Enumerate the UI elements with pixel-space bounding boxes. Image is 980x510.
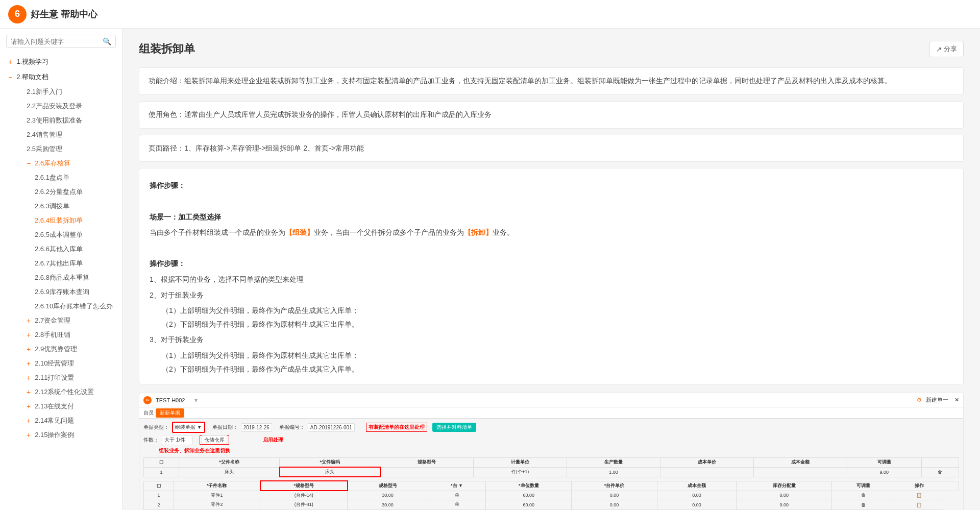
sidebar-item-2-9[interactable]: + 2.9优惠券管理 [12, 342, 122, 356]
expand-icon-2-11: + [27, 374, 31, 382]
sidebar-item-2-6-6[interactable]: 2.6.6其他入库单 [20, 242, 122, 256]
col-total: 成本金额 [753, 458, 847, 468]
step2-text: 2、对于组装业务 [150, 288, 953, 302]
col-code: *父件编码 [280, 458, 380, 468]
mock-child-table-header: ☐ *子件名称 *规格型号 规格型号 *台 ▼ *单位数量 *台件单价 成本金额… [144, 481, 959, 491]
step1-text: 1、根据不同的业务，选择不同单据的类型来处理 [150, 273, 953, 286]
mock-parent-table-header: ☐ *父件名称 *父件编码 规格型号 计量单位 生产数量 成本单价 成本金额 可… [144, 458, 959, 468]
sidebar-item-2-6-3[interactable]: 2.6.3调拨单 [20, 199, 122, 213]
expand-icon-2-12: + [27, 388, 31, 396]
step2-sub1: （1）上部明细为父件明细，最终作为产成品生成其它入库单； [162, 304, 953, 318]
sidebar-item-2-7[interactable]: + 2.7资金管理 [12, 313, 122, 328]
col-action [921, 458, 959, 468]
mock-app: 6 TEST-H002 ▼ ⚙ 新建单一 ✕ 自员 新新单据 [139, 393, 963, 510]
sidebar-item-2-6-8[interactable]: 2.6.8商品成本重算 [20, 271, 122, 285]
mock-child-row-1: 1 零件1 (台件-14) 30.00 单 60.00 0.00 0.00 0.… [144, 491, 959, 500]
sidebar-item-2-2[interactable]: 2.2产品安装及登录 [12, 99, 122, 113]
mock-parent-table: ☐ *父件名称 *父件编码 规格型号 计量单位 生产数量 成本单价 成本金额 可… [143, 457, 959, 477]
screenshot-container: 6 TEST-H002 ▼ ⚙ 新建单一 ✕ 自员 新新单据 [139, 393, 964, 510]
step2-sub2: （2）下部明细为子件明细，最终作为原材料生成其它出库单。 [162, 318, 953, 331]
breadcrumb-card: 页面路径：1、库存核算->库存管理->组装拆卸单 2、首页->常用功能 [139, 135, 964, 162]
mock-parent-row-1: 1 床头 床头 件(个+1) 1.00 9.00 🗑 [144, 467, 959, 477]
mock-nav: 自员 新新单据 [139, 407, 963, 419]
sidebar-item-2-6-4[interactable]: 2.6.4组装拆卸单 [20, 213, 122, 228]
sidebar-item-2-15[interactable]: + 2.15操作案例 [12, 428, 122, 442]
mock-form-date: 2019-12-26 [241, 423, 272, 432]
search-box[interactable]: 🔍 [6, 35, 116, 48]
mock-form-num: AD-20191226-001 [308, 423, 355, 432]
mock-content: 单据类型： 组装单据 ▼ 单据日期： 2019-12-26 单据编号： AD-2… [139, 419, 963, 510]
mock-form-row-2: 件数： 大于 1/件 仓储仓库 启用处理 [143, 435, 959, 445]
mock-annotation-qiyong: 启用处理 [263, 436, 283, 444]
sidebar-item-2-8[interactable]: + 2.8手机旺铺 [12, 328, 122, 342]
search-input[interactable] [11, 38, 101, 45]
sidebar-item-2-6-10[interactable]: 2.6.10库存账本错了怎么办 [20, 299, 122, 313]
sidebar-item-2-3[interactable]: 2.3使用前数据准备 [12, 113, 122, 128]
sidebar-item-2-6-9[interactable]: 2.6.9库存账本查询 [20, 285, 122, 299]
mock-logo: 6 [143, 396, 152, 404]
main-layout: 🔍 + 1.视频学习 − 2.帮助文档 2.1新手入门 2.2产品安装及登录 2… [0, 29, 980, 510]
mock-nav-new: 新新单据 [156, 408, 184, 418]
sidebar-item-2[interactable]: − 2.帮助文档 [0, 69, 122, 85]
mock-form-label-wh: 仓储仓库 [200, 435, 229, 445]
col-count: 生产数量 [567, 458, 660, 468]
scene1-title: 场景一：加工类型选择 [150, 213, 221, 221]
expand-icon-2-8: + [27, 331, 31, 339]
search-icon[interactable]: 🔍 [103, 37, 111, 45]
col-name: *父件名称 [179, 458, 280, 468]
mock-form-row-1: 单据类型： 组装单据 ▼ 单据日期： 2019-12-26 单据编号： AD-2… [143, 422, 959, 433]
sidebar-item-2-6-5[interactable]: 2.6.5成本调整单 [20, 228, 122, 242]
mock-title-close: ✕ [954, 397, 959, 403]
scene1-desc: 当由多个子件材料组装成一个成品的业务为【组装】业务，当由一个父件拆分成多个子产品… [150, 226, 953, 239]
mock-form-label-num2: 件数： [143, 436, 159, 444]
sidebar-item-2-10[interactable]: + 2.10经营管理 [12, 356, 122, 371]
page-header: 组装拆卸单 ↗ 分享 [139, 41, 964, 57]
mock-btn-select-bom: 选择并对料清单 [432, 423, 476, 432]
sidebar-item-2-6-2[interactable]: 2.6.2分量盘点单 [20, 185, 122, 199]
top-header: 6 好生意 帮助中心 [0, 0, 980, 29]
mock-annotation-row: 组装业务、拆卸业务在这里切换 [143, 447, 959, 454]
mock-nav-item1: 自员 [143, 409, 154, 417]
sidebar-item-2-5[interactable]: 2.5采购管理 [12, 142, 122, 156]
share-icon: ↗ [936, 45, 942, 53]
page-title: 组装拆卸单 [139, 41, 195, 57]
step3-text: 3、对于拆装业务 [150, 333, 953, 347]
sidebar-item-2-6-1[interactable]: 2.6.1盘点单 [20, 171, 122, 185]
intro-card-1: 功能介绍：组装拆卸单用来处理企业组装或拆卸等加工业务，支持有固定装配清单的产品加… [139, 67, 964, 95]
mock-title-text: TEST-H002 [156, 397, 185, 403]
expand-icon-1: + [8, 58, 12, 66]
expand-icon-2-15: + [27, 431, 31, 439]
sidebar-item-2-13[interactable]: + 2.13在线支付 [12, 399, 122, 414]
mock-annotation-switch: 组装业务、拆卸业务在这里切换 [159, 447, 230, 454]
share-button[interactable]: ↗ 分享 [929, 41, 964, 57]
expand-icon-2-7: + [27, 317, 31, 325]
col-qty: 计量单位 [474, 458, 567, 468]
intro-text-2: 使用角色：通常由生产人员或库管人员完成拆装业务的操作，库管人员确认原材料的出库和… [149, 110, 492, 118]
share-label: 分享 [944, 44, 957, 54]
step3-sub2: （2）下部明细为子件明细，最终作为产成品生成其它入库单。 [162, 362, 953, 376]
sidebar-item-2-12[interactable]: + 2.12系统个性化设置 [12, 385, 122, 399]
logo-icon: 6 [8, 5, 27, 23]
col-avail: 可调量 [847, 458, 921, 468]
sidebar-item-2-6-7[interactable]: 2.6.7其他出库单 [20, 256, 122, 271]
expand-icon-2-10: + [27, 359, 31, 368]
sidebar-item-2-11[interactable]: + 2.11打印设置 [12, 371, 122, 385]
mock-annotation-has-bom: 有装配清单的在这里处理 [366, 423, 427, 432]
intro-text-1: 功能介绍：组装拆卸单用来处理企业组装或拆卸等加工业务，支持有固定装配清单的产品加… [149, 77, 892, 85]
content-area: 组装拆卸单 ↗ 分享 功能介绍：组装拆卸单用来处理企业组装或拆卸等加工业务，支持… [122, 29, 980, 510]
mock-child-row-2: 2 零件2 (台件-41) 30.00 单 60.00 0.00 0.00 0.… [144, 500, 959, 509]
sidebar-item-1[interactable]: + 1.视频学习 [0, 54, 122, 69]
sidebar-item-2-4[interactable]: 2.4销售管理 [12, 128, 122, 142]
sidebar: 🔍 + 1.视频学习 − 2.帮助文档 2.1新手入门 2.2产品安装及登录 2… [0, 29, 122, 510]
mock-child-table: ☐ *子件名称 *规格型号 规格型号 *台 ▼ *单位数量 *台件单价 成本金额… [143, 480, 959, 510]
intro-card-2: 使用角色：通常由生产人员或库管人员完成拆装业务的操作，库管人员确认原材料的出库和… [139, 101, 964, 129]
sidebar-item-2-6[interactable]: − 2.6库存核算 [12, 156, 122, 171]
sidebar-sub-group: 2.1新手入门 2.2产品安装及登录 2.3使用前数据准备 2.4销售管理 2.… [0, 85, 122, 442]
logo-area: 6 好生意 帮助中心 [8, 5, 131, 23]
mock-title-sep: ▼ [193, 397, 199, 403]
mock-form-label-num: 单据编号： [279, 424, 305, 431]
screenshot-mock: 6 TEST-H002 ▼ ⚙ 新建单一 ✕ 自员 新新单据 [139, 393, 963, 510]
sidebar-item-2-1[interactable]: 2.1新手入门 [12, 85, 122, 99]
steps-title: 操作步骤： [150, 181, 185, 189]
sidebar-item-2-14[interactable]: + 2.14常见问题 [12, 414, 122, 428]
